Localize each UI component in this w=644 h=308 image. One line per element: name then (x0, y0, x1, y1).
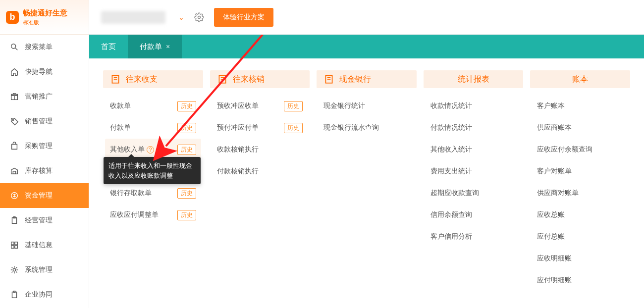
tabstrip: 首页付款单× (89, 35, 644, 58)
history-badge[interactable]: 历史 (284, 123, 303, 133)
group-title: 现金银行 (339, 74, 371, 85)
menu-item[interactable]: 应收应付余额查询 (532, 139, 628, 160)
group-title: 统计报表 (458, 74, 489, 85)
group-list: 客户账本供应商账本应收应付余额查询客户对账单供应商对账单应收总账应付总账应收明细… (530, 88, 630, 291)
brand-text-wrap: 畅捷通好生意 标准版 (23, 8, 67, 26)
sidebar-item-stock[interactable]: 库存核算 (0, 158, 89, 183)
sidebar-item-baseinfo[interactable]: 基础信息 (0, 233, 89, 257)
grid-icon (10, 241, 19, 250)
settings-icon[interactable] (194, 12, 204, 22)
menu-item[interactable]: 付款核销执行 (212, 160, 308, 182)
menu-item[interactable]: 供应商对账单 (532, 182, 628, 204)
menu-item-label: 应付总账 (537, 232, 565, 241)
sidebar-item-label: 搜索菜单 (25, 43, 53, 51)
menu-item[interactable]: 付款单历史 (105, 117, 201, 139)
menu-item-label: 应收应付余额查询 (537, 145, 592, 154)
sidebar-item-label: 采购管理 (25, 142, 53, 151)
doc-icon (323, 74, 334, 85)
history-badge[interactable]: 历史 (284, 101, 303, 111)
history-badge[interactable]: 历史 (177, 145, 196, 155)
svg-rect-12 (15, 246, 17, 248)
help-icon[interactable]: ? (147, 146, 154, 154)
group-ledger: 账本客户账本供应商账本应收应付余额查询客户对账单供应商对账单应收总账应付总账应收… (530, 70, 630, 291)
menu-item[interactable]: 应付总账 (532, 226, 628, 248)
menu-item-label: 现金银行统计 (323, 102, 365, 110)
history-badge[interactable]: 历史 (177, 101, 196, 111)
doc-icon (110, 74, 121, 85)
menu-item[interactable]: 超期应收款查询 (426, 182, 522, 204)
menu-item[interactable]: 客户信用分析 (426, 226, 522, 248)
menu-item-label: 其他收入统计 (430, 145, 472, 154)
menu-item-label: 收款单 (110, 102, 131, 110)
menu-item-label: 应收明细账 (537, 254, 572, 263)
sidebar-item-purchase[interactable]: 采购管理 (0, 134, 89, 158)
header: ⌄ 体验行业方案 (89, 0, 644, 35)
group-cashbank: 现金银行现金银行统计现金银行流水查询 (317, 70, 417, 139)
menu-item[interactable]: 其他收入统计 (426, 139, 522, 160)
menu-item-label: 现金银行流水查询 (323, 123, 379, 132)
sidebar-item-search[interactable]: 搜索菜单 (0, 35, 89, 59)
menu-item-label: 收款核销执行 (217, 145, 259, 154)
tab-0[interactable]: 首页 (89, 35, 128, 58)
warehouse-icon (10, 166, 19, 175)
menu-item[interactable]: 应收总账 (532, 204, 628, 226)
menu-item-label: 费用支出统计 (430, 167, 472, 176)
sidebar-item-label: 资金管理 (25, 191, 53, 200)
menu-item[interactable]: 银行存取款单历史 (105, 182, 201, 204)
menu-item[interactable]: 收款核销执行 (212, 139, 308, 160)
sidebar-item-system[interactable]: 系统管理 (0, 257, 89, 282)
menu-item-label: 客户对账单 (537, 167, 572, 176)
menu-item[interactable]: 应付明细账 (532, 269, 628, 291)
menu-item-label: 其他收入单? (110, 145, 154, 154)
svg-rect-7 (12, 218, 17, 224)
clipboard-icon (10, 290, 19, 299)
sidebar-item-operate[interactable]: 经营管理 (0, 208, 89, 233)
menu-item[interactable]: 收款情况统计 (426, 95, 522, 117)
history-badge[interactable]: 历史 (177, 123, 196, 133)
svg-rect-11 (11, 246, 14, 248)
org-dropdown-icon[interactable]: ⌄ (178, 13, 184, 21)
menu-item[interactable]: 付款情况统计 (426, 117, 522, 139)
menu-item[interactable]: 费用支出统计 (426, 160, 522, 182)
menu-item[interactable]: 收款单历史 (105, 95, 201, 117)
group-header: 现金银行 (317, 70, 417, 88)
bag-icon (10, 142, 19, 151)
svg-line-1 (15, 48, 18, 51)
group-list: 预收冲应收单历史预付冲应付单历史收款核销执行付款核销执行 (210, 88, 310, 182)
menu-item[interactable]: 应收明细账 (532, 248, 628, 269)
menu-item-label: 付款核销执行 (217, 167, 259, 176)
menu-item-label: 客户账本 (537, 102, 565, 110)
menu-item-label: 付款情况统计 (430, 123, 472, 132)
sidebar-item-label: 经营管理 (25, 216, 53, 225)
sidebar-item-sales[interactable]: 销售管理 (0, 109, 89, 134)
menu-item[interactable]: 预收冲应收单历史 (212, 95, 308, 117)
history-badge[interactable]: 历史 (177, 210, 196, 220)
sidebar-item-marketing[interactable]: 营销推广 (0, 84, 89, 109)
sidebar-item-collab[interactable]: 企业协同 (0, 282, 89, 307)
menu-item[interactable]: 客户账本 (532, 95, 628, 117)
sidebar-item-quicknav[interactable]: 快捷导航 (0, 59, 89, 84)
menu-item[interactable]: 应收应付调整单历史 (105, 204, 201, 226)
history-badge[interactable]: 历史 (177, 188, 196, 199)
menu-item[interactable]: 现金银行流水查询 (319, 117, 415, 139)
org-name-redacted (101, 11, 165, 24)
menu-item-label: 应付明细账 (537, 276, 572, 285)
menu-item[interactable]: 预付冲应付单历史 (212, 117, 308, 139)
sidebar-item-label: 企业协同 (25, 290, 53, 299)
menu-item-label: 供应商账本 (537, 123, 572, 132)
cta-button[interactable]: 体验行业方案 (214, 8, 273, 27)
tab-1[interactable]: 付款单× (128, 35, 182, 58)
tag-icon (10, 117, 19, 126)
brand-edition: 标准版 (23, 19, 67, 26)
tab-label: 首页 (101, 42, 116, 51)
menu-item[interactable]: 信用余额查询 (426, 204, 522, 226)
sidebar-item-finance[interactable]: 资金管理 (0, 183, 89, 208)
menu-item-label: 付款单 (110, 123, 131, 132)
help-tooltip: 适用于往来收入和一般性现金收入以及应收账款调整 (104, 157, 201, 184)
menu-item[interactable]: 现金银行统计 (319, 95, 415, 117)
tab-close-icon[interactable]: × (166, 43, 170, 51)
menu-item[interactable]: 客户对账单 (532, 160, 628, 182)
tab-label: 付款单 (140, 42, 162, 51)
svg-point-4 (12, 119, 13, 120)
menu-item[interactable]: 供应商账本 (532, 117, 628, 139)
